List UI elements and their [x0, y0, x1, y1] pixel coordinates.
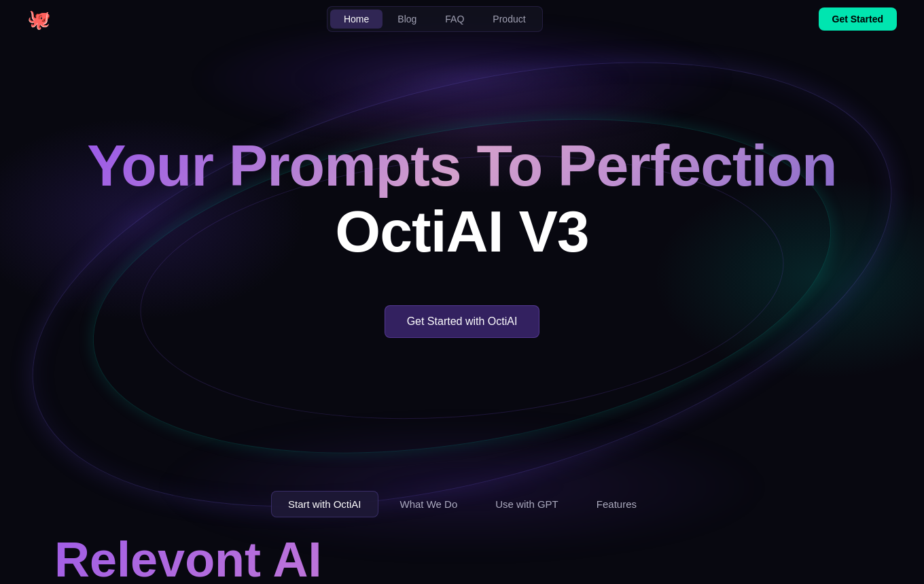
nav-menu: Home Blog FAQ Product	[327, 6, 543, 32]
tab-what-we-do[interactable]: What We Do	[384, 492, 474, 517]
bottom-section: Start with OctiAI What We Do Use with GP…	[0, 480, 924, 584]
nav-get-started-button[interactable]: Get Started	[819, 7, 897, 31]
nav-item-home[interactable]: Home	[330, 10, 383, 29]
hero-cta-button[interactable]: Get Started with OctiAI	[385, 305, 540, 338]
hero-section: Your Prompts To Perfection OctiAI V3 Get…	[0, 38, 924, 338]
tab-use-with-gpt[interactable]: Use with GPT	[479, 492, 575, 517]
hero-subtitle: OctiAI V3	[335, 198, 588, 265]
nav-item-blog[interactable]: Blog	[384, 10, 430, 29]
logo-icon: 🐙	[27, 8, 51, 31]
navbar: 🐙 Home Blog FAQ Product Get Started	[0, 0, 924, 38]
bottom-tabs-bar: Start with OctiAI What We Do Use with GP…	[0, 480, 924, 528]
tab-start-with-octiai[interactable]: Start with OctiAI	[271, 491, 378, 517]
hero-title: Your Prompts To Perfection	[87, 133, 836, 198]
nav-item-faq[interactable]: FAQ	[431, 10, 478, 29]
bottom-section-title: Relevont AI	[0, 528, 924, 584]
hero-cta-area: Get Started with OctiAI	[385, 305, 540, 338]
tab-features[interactable]: Features	[580, 492, 653, 517]
logo: 🐙	[27, 8, 51, 31]
nav-item-product[interactable]: Product	[479, 10, 539, 29]
